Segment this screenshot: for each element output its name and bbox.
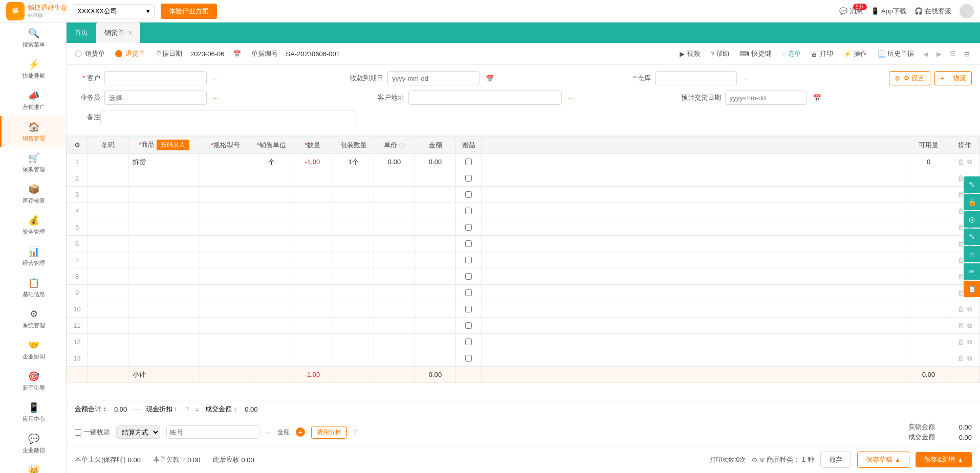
expected-delivery-input[interactable] (725, 91, 807, 105)
cell-product-9[interactable] (128, 301, 200, 318)
online-service-button[interactable]: 🎧 在线客服 (914, 7, 951, 16)
cell-amount-8[interactable] (415, 285, 456, 301)
gift-checkbox-0[interactable] (465, 159, 472, 165)
float-btn-2[interactable]: 🔒 (964, 194, 980, 210)
cell-price-11[interactable] (374, 334, 415, 350)
cell-pkgqty-11[interactable] (333, 334, 374, 350)
cell-spec-3[interactable] (200, 203, 251, 219)
salesperson-input[interactable] (104, 91, 207, 105)
sales-order-radio[interactable]: 销货单 (75, 49, 105, 58)
cell-qty-6[interactable] (292, 252, 333, 268)
cell-gift-5[interactable] (456, 236, 482, 252)
gift-checkbox-12[interactable] (465, 355, 472, 362)
help-btn[interactable]: ? 帮助 (707, 48, 732, 59)
cell-amount-9[interactable] (415, 301, 456, 318)
avatar[interactable] (960, 4, 974, 18)
cell-price-9[interactable] (374, 301, 415, 318)
grid-view-icon[interactable]: ⊞ (962, 50, 972, 58)
cell-barcode-1[interactable] (88, 170, 128, 187)
app-download-button[interactable]: 📱 App下载 (871, 7, 906, 16)
cell-pkgqty-4[interactable] (333, 219, 374, 236)
cell-barcode-8[interactable] (88, 285, 128, 301)
cell-product-0[interactable]: 拆货 (128, 154, 200, 170)
nav-prev-icon[interactable]: ◀ (921, 50, 930, 58)
float-btn-1[interactable]: ✎ (964, 176, 980, 193)
cell-qty-2[interactable] (292, 187, 333, 203)
cell-unit-6[interactable] (251, 252, 292, 268)
cell-barcode-4[interactable] (88, 219, 128, 236)
cell-price-0[interactable]: 0.00 (374, 154, 415, 170)
warehouse-more-icon[interactable]: ··· (743, 75, 749, 82)
copy-row-icon-11[interactable]: ⧉ (967, 338, 972, 346)
delete-row-icon-10[interactable]: 🗑 (957, 322, 964, 330)
print-btn[interactable]: 🖨 打印 (808, 48, 836, 59)
delete-row-icon-4[interactable]: 🗑 (957, 223, 964, 232)
sidebar-item-basic-info[interactable]: 📋 基础信息 (0, 272, 66, 303)
float-btn-4[interactable]: ✎ (964, 229, 980, 245)
cell-amount-1[interactable] (415, 170, 456, 187)
sidebar-item-finance[interactable]: 💰 资金管理 (0, 210, 66, 241)
remark-input[interactable] (100, 110, 356, 124)
cell-qty-1[interactable] (292, 170, 333, 187)
cell-gift-1[interactable] (456, 170, 482, 187)
sidebar-item-management[interactable]: 📊 经营管理 (0, 241, 66, 272)
cell-pkgqty-6[interactable] (333, 252, 374, 268)
cell-qty-3[interactable] (292, 203, 333, 219)
delete-row-icon-1[interactable]: 🗑 (957, 174, 964, 183)
cell-price-12[interactable] (374, 350, 415, 367)
delete-row-icon-11[interactable]: 🗑 (957, 338, 964, 346)
cell-product-12[interactable] (128, 350, 200, 367)
cell-qty-12[interactable] (292, 350, 333, 367)
account-input[interactable] (166, 425, 259, 439)
cell-amount-5[interactable] (415, 236, 456, 252)
cell-spec-7[interactable] (200, 268, 251, 285)
cell-barcode-12[interactable] (88, 350, 128, 367)
cell-gift-4[interactable] (456, 219, 482, 236)
cell-barcode-0[interactable] (88, 154, 128, 170)
float-btn-7[interactable]: 📋 (964, 281, 980, 297)
cell-product-10[interactable] (128, 318, 200, 334)
gift-checkbox-8[interactable] (465, 289, 472, 296)
sidebar-item-member[interactable]: 👑 畅会员 (0, 459, 66, 473)
form-settings-btn[interactable]: ⚙ ⚙ 设置 (889, 71, 931, 85)
operate-btn[interactable]: ⚡ 操作 (840, 48, 870, 59)
cell-gift-0[interactable] (456, 154, 482, 170)
cell-unit-9[interactable] (251, 301, 292, 318)
cell-qty-7[interactable] (292, 268, 333, 285)
cell-qty-0[interactable]: -1.00 (292, 154, 333, 170)
cell-unit-7[interactable] (251, 268, 292, 285)
cell-spec-2[interactable] (200, 187, 251, 203)
cell-unit-8[interactable] (251, 285, 292, 301)
company-selector[interactable]: XXXXXX公司 ▾ (73, 4, 155, 18)
delete-row-icon-2[interactable]: 🗑 (957, 191, 964, 199)
copy-row-icon-9[interactable]: ⧉ (967, 305, 972, 313)
sidebar-item-wechat[interactable]: 💬 企业微信 (0, 428, 66, 459)
float-btn-6[interactable]: ✏ (964, 263, 980, 280)
cell-gift-2[interactable] (456, 187, 482, 203)
sidebar-item-system[interactable]: ⚙ 系统管理 (0, 303, 66, 334)
cell-price-8[interactable] (374, 285, 415, 301)
trial-button[interactable]: 体验行业方案 (161, 4, 217, 19)
sidebar-item-guide[interactable]: 🎯 新手引导 (0, 366, 66, 397)
discard-button[interactable]: 放弃 (820, 452, 851, 468)
cell-product-5[interactable] (128, 236, 200, 252)
cell-amount-0[interactable]: 0.00 (415, 154, 456, 170)
cell-gift-9[interactable] (456, 301, 482, 318)
delete-row-icon-6[interactable]: 🗑 (957, 256, 964, 264)
cell-unit-3[interactable] (251, 203, 292, 219)
customer-address-input[interactable] (408, 91, 562, 105)
cell-barcode-6[interactable] (88, 252, 128, 268)
cell-price-1[interactable] (374, 170, 415, 187)
cell-amount-4[interactable] (415, 219, 456, 236)
cell-unit-0[interactable]: 个 (251, 154, 292, 170)
sidebar-item-inventory[interactable]: 📦 库存核算 (0, 178, 66, 210)
sidebar-item-appstore[interactable]: 📱 应用中心 (0, 397, 66, 428)
sidebar-item-marketing[interactable]: 📣 营销推广 (0, 85, 66, 116)
gift-checkbox-11[interactable] (465, 339, 472, 345)
copy-row-icon-0[interactable]: ⧉ (967, 158, 972, 166)
cell-spec-4[interactable] (200, 219, 251, 236)
cell-spec-9[interactable] (200, 301, 251, 318)
cell-barcode-3[interactable] (88, 203, 128, 219)
cell-spec-6[interactable] (200, 252, 251, 268)
cell-unit-1[interactable] (251, 170, 292, 187)
